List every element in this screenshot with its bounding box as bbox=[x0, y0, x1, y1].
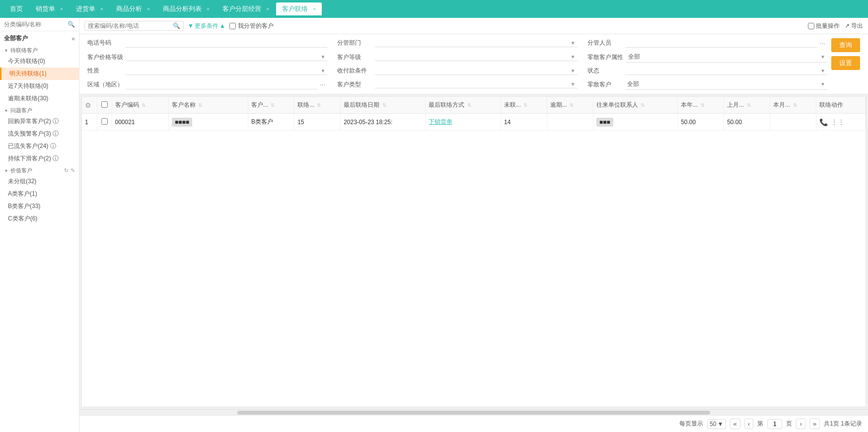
row-checkbox[interactable] bbox=[101, 118, 108, 125]
sidebar-item-c-class[interactable]: C类客户(6) bbox=[0, 213, 79, 225]
export-btn[interactable]: ↗ 导出 bbox=[845, 22, 863, 30]
first-page-btn[interactable]: « bbox=[730, 419, 740, 429]
page-number-input[interactable] bbox=[767, 419, 782, 429]
status-select[interactable]: ▼ bbox=[625, 67, 827, 75]
dept-label: 分管部门 bbox=[337, 39, 372, 47]
code-sort-icon[interactable]: ⇅ bbox=[142, 102, 145, 108]
sidebar-item-7days-pending[interactable]: 近7天待联络(0) bbox=[0, 80, 79, 92]
last-method-sort-icon[interactable]: ⇅ bbox=[467, 102, 471, 108]
close-product-analysis-list[interactable]: × bbox=[207, 6, 210, 12]
nav-purchase-order[interactable]: 进货单 × bbox=[70, 2, 109, 15]
payment-select[interactable]: ▼ bbox=[375, 67, 577, 75]
close-product-analysis[interactable]: × bbox=[147, 6, 150, 12]
sidebar-item-churned[interactable]: 已流失客户(24) ⓘ bbox=[0, 140, 79, 152]
th-last-method-label: 最后联络方式 bbox=[429, 101, 464, 108]
nav-customer-contact[interactable]: 客户联络 × bbox=[276, 2, 322, 15]
sidebar-item-overdue-pending[interactable]: 逾期未联络(30) bbox=[0, 92, 79, 105]
sidebar-search-icon[interactable]: 🔍 bbox=[68, 21, 75, 28]
nav-sales-order[interactable]: 销货单 × bbox=[30, 2, 69, 15]
th-no-contact: 未联... ⇅ bbox=[501, 97, 547, 114]
contact-person-sort-icon[interactable]: ⇅ bbox=[641, 102, 645, 108]
more-conditions-btn[interactable]: ▼ 更多条件 ▲ bbox=[188, 22, 225, 30]
this-month-sort-icon[interactable]: ⇅ bbox=[793, 102, 797, 108]
nav-customer-stratification[interactable]: 客户分层经营 × bbox=[217, 2, 275, 15]
batch-op-btn[interactable]: 批量操作 bbox=[808, 22, 840, 30]
td-action: 📞 ⋮⋮ bbox=[816, 114, 866, 131]
customer-type-select[interactable]: ▼ bbox=[375, 80, 577, 88]
status-arrow-icon: ▼ bbox=[820, 68, 825, 73]
last-month-sort-icon[interactable]: ⇅ bbox=[747, 102, 751, 108]
td-index: 1 bbox=[82, 114, 97, 131]
region-input[interactable] bbox=[126, 80, 318, 89]
type-sort-icon[interactable]: ⇅ bbox=[271, 102, 275, 108]
sidebar-item-churn-warning[interactable]: 流失预警客户(3) ⓘ bbox=[0, 128, 79, 140]
manager-input[interactable] bbox=[625, 38, 818, 48]
nav-product-analysis-list[interactable]: 商品分析列表 × bbox=[157, 2, 216, 15]
no-contact-sort-icon[interactable]: ⇅ bbox=[523, 102, 527, 108]
value-refresh-icon[interactable]: ↻ bbox=[64, 167, 69, 174]
retail-customer-select[interactable]: 全部 ▼ bbox=[625, 79, 827, 90]
price-level-select[interactable]: ▼ bbox=[126, 53, 327, 61]
query-button[interactable]: 查询 bbox=[831, 38, 860, 52]
name-sort-icon[interactable]: ⇅ bbox=[198, 102, 202, 108]
scrollbar-thumb[interactable] bbox=[237, 411, 711, 415]
sidebar-search-area: 🔍 bbox=[0, 18, 79, 31]
sidebar-item-ungrouped[interactable]: 未分组(32) bbox=[0, 175, 79, 188]
my-customers-checkbox[interactable]: 我分管的客户 bbox=[229, 22, 274, 30]
search-input[interactable] bbox=[88, 22, 173, 29]
close-sales-order[interactable]: × bbox=[60, 6, 63, 12]
region-dots[interactable]: ··· bbox=[318, 80, 328, 88]
last-method-link[interactable]: 下销货单 bbox=[429, 118, 452, 125]
sidebar-item-tomorrow-pending[interactable]: 明天待联络(1) bbox=[0, 68, 79, 80]
th-name: 客户名称 ⇅ bbox=[169, 97, 248, 114]
page-size-select[interactable]: 50 ▼ bbox=[707, 419, 725, 429]
dept-select[interactable]: ▼ bbox=[375, 39, 577, 47]
td-checkbox bbox=[97, 114, 112, 131]
batch-op-check[interactable] bbox=[808, 23, 814, 29]
close-customer-contact[interactable]: × bbox=[313, 6, 316, 12]
export-icon: ↗ bbox=[845, 22, 850, 29]
settings-button[interactable]: 设置 bbox=[831, 56, 860, 70]
retail-attr-select[interactable]: 全部 ▼ bbox=[626, 52, 827, 63]
customer-level-select[interactable]: ▼ bbox=[375, 53, 577, 61]
nav-product-analysis[interactable]: 商品分析 × bbox=[110, 2, 156, 15]
contact-sort-icon[interactable]: ⇅ bbox=[317, 102, 321, 108]
value-edit-icon[interactable]: ✎ bbox=[71, 167, 75, 174]
select-all-checkbox[interactable] bbox=[101, 101, 108, 108]
action-call-icon[interactable]: 📞 bbox=[819, 118, 828, 126]
sidebar-collapse-icon[interactable]: « bbox=[72, 35, 75, 42]
nature-select[interactable]: ▼ bbox=[125, 67, 327, 75]
price-level-label: 客户价格等级 bbox=[87, 53, 123, 62]
close-purchase-order[interactable]: × bbox=[100, 6, 103, 12]
sidebar-item-a-class[interactable]: A类客户(1) bbox=[0, 188, 79, 200]
last-page-btn[interactable]: » bbox=[809, 419, 820, 429]
phone-input[interactable] bbox=[125, 38, 327, 48]
td-this-month bbox=[770, 114, 816, 131]
prev-page-btn[interactable]: ‹ bbox=[744, 419, 753, 429]
last-date-sort-icon[interactable]: ⇅ bbox=[382, 102, 386, 108]
filter-cell-payment: 收付款条件 ▼ bbox=[337, 67, 577, 75]
customer-code: 000021 bbox=[115, 119, 135, 126]
settings-gear-icon[interactable]: ⚙ bbox=[85, 101, 91, 109]
sidebar-search-input[interactable] bbox=[4, 21, 66, 28]
this-year-sort-icon[interactable]: ⇅ bbox=[701, 102, 705, 108]
td-this-year: 50.00 bbox=[678, 114, 724, 131]
next-page-btn[interactable]: › bbox=[796, 419, 805, 429]
search-icon[interactable]: 🔍 bbox=[173, 22, 180, 29]
table-header-row: ⚙ 客户编码 ⇅ 客户名称 ⇅ bbox=[82, 97, 866, 114]
filter-cell-customer-level: 客户等级 ▼ bbox=[337, 53, 577, 62]
sidebar-item-declining[interactable]: 持续下滑客户(2) ⓘ bbox=[0, 152, 79, 165]
th-overdue: 逾期... ⇅ bbox=[547, 97, 593, 114]
nav-home[interactable]: 首页 bbox=[4, 2, 29, 15]
th-this-year-label: 本年... bbox=[681, 101, 698, 108]
overdue-sort-icon[interactable]: ⇅ bbox=[570, 102, 574, 108]
my-customers-check[interactable] bbox=[229, 23, 236, 29]
close-customer-stratification[interactable]: × bbox=[266, 6, 269, 12]
action-more-icon[interactable]: ⋮⋮ bbox=[831, 118, 845, 126]
th-last-date-label: 最后联络日期 bbox=[344, 101, 379, 108]
manager-dots[interactable]: ··· bbox=[817, 39, 827, 47]
sidebar-item-repurchase-abnormal[interactable]: 回购异常客户(2) ⓘ bbox=[0, 115, 79, 128]
horizontal-scrollbar[interactable] bbox=[79, 409, 868, 415]
sidebar-item-b-class[interactable]: B类客户(33) bbox=[0, 200, 79, 213]
sidebar-item-today-pending[interactable]: 今天待联络(0) bbox=[0, 55, 79, 68]
